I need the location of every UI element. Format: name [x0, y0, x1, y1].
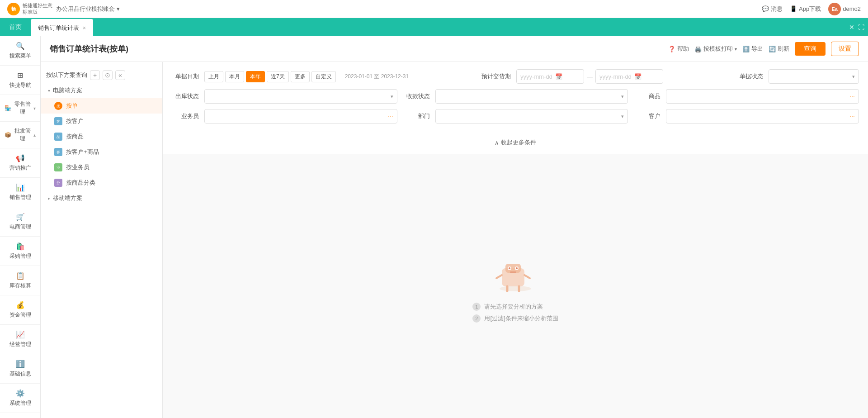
product-dots-icon[interactable]: ··· [849, 93, 855, 100]
customer-select[interactable]: ··· [666, 109, 859, 124]
tab-bar-actions: ✕ ⛶ [849, 24, 868, 31]
sidebar-item-quick-nav[interactable]: ⊞ 快捷导航 [0, 66, 40, 95]
window-close-icon[interactable]: ✕ [849, 24, 854, 31]
purchase-icon: 🛍️ [16, 242, 25, 251]
sidebar-item-ecommerce[interactable]: 🛒 电商管理 [0, 207, 40, 237]
tree-item-single[interactable]: 按 按单 [41, 98, 162, 114]
sidebar-item-marketing[interactable]: 📢 营销推广 [0, 148, 40, 178]
empty-state: 1 请先选择要分析的方案 2 用[过滤]条件来缩小分析范围 [163, 154, 868, 418]
date-btn-more[interactable]: 更多 [291, 71, 310, 82]
panel-header-label: 按以下方案查询 [46, 71, 87, 79]
help-button[interactable]: ❓ 帮助 [668, 45, 689, 53]
wholesale-icon: 📦 [5, 132, 11, 138]
sidebar-item-inventory[interactable]: 📋 库存核算 [0, 266, 40, 295]
system-icon: ⚙️ [16, 389, 25, 398]
sidebar-label-system: 系统管理 [9, 399, 31, 407]
date-btn-this-month[interactable]: 本月 [225, 71, 244, 82]
sidebar-item-search[interactable]: 🔍 搜索菜单 [0, 36, 40, 66]
tab-home[interactable]: 首页 [0, 18, 31, 36]
inner-layout: 按以下方案查询 + ⊙ « ▾ 电脑端方案 [41, 62, 868, 418]
collapse-up-icon: ∧ [495, 139, 499, 146]
tree-pc-section: ▾ 电脑端方案 按 按单 客 按客户 品 按商品 [41, 83, 162, 190]
tab-close-btn[interactable]: × [83, 25, 86, 31]
chevron-right-mobile-icon: ▸ [48, 196, 50, 201]
department-select[interactable]: ▾ [435, 109, 628, 124]
tree-mobile-section: ▸ 移动端方案 [41, 190, 162, 206]
top-bar: 畅 畅捷通好生意 标准版 办公用品行业模拟账套 ▾ 💬 消息 📱 App下载 E… [0, 0, 868, 18]
expected-date-from[interactable]: yyyy-mm-dd 📅 [516, 69, 584, 84]
tree-item-customer-product[interactable]: 客 按客户+商品 [41, 144, 162, 160]
sidebar-item-basic-info[interactable]: ℹ️ 基础信息 [0, 354, 40, 384]
message-button[interactable]: 💬 消息 [762, 5, 783, 13]
order-status-select[interactable]: ▾ [769, 69, 859, 84]
chevron-down-pc-icon: ▾ [48, 88, 50, 93]
date-range-display: 2023-01-01 至 2023-12-31 [345, 73, 409, 81]
date-separator: — [587, 73, 593, 80]
refresh-button[interactable]: 🔄 刷新 [769, 45, 789, 53]
shipment-status-select[interactable]: ▾ [204, 89, 397, 104]
customer-icon: 客 [54, 117, 62, 125]
sidebar-item-operations[interactable]: 📈 经营管理 [0, 325, 40, 354]
sidebar-item-enterprise[interactable]: 🤝 企业协同 [0, 413, 40, 418]
tree-parent-mobile[interactable]: ▸ 移动端方案 [41, 190, 162, 206]
calendar-icon-2: 📅 [634, 73, 642, 80]
app-download-button[interactable]: 📱 App下载 [790, 5, 821, 13]
sidebar-item-wholesale[interactable]: 📦 批发管理 ▴ [0, 122, 40, 148]
sidebar-item-retail[interactable]: 🏪 零售管理 ▾ [0, 95, 40, 122]
filter-row-2: 出库状态 ▾ 收款状态 ▾ 商品 ··· [172, 89, 859, 104]
tree-item-customer[interactable]: 客 按客户 [41, 114, 162, 129]
sidebar-label-purchase: 采购管理 [9, 252, 31, 260]
date-range-buttons: 上月 本月 本年 近7天 更多 自定义 [204, 71, 336, 82]
prodcat-icon: 分 [54, 179, 62, 187]
add-scheme-button[interactable]: + [90, 70, 100, 80]
date-btn-last-month[interactable]: 上月 [204, 71, 223, 82]
chevron-up-icon: ▴ [33, 133, 36, 138]
content-area: 销售订单统计表(按单) ❓ 帮助 🖨️ 按模板打印 ▾ ⬆️ 导出 🔄 刷新 [41, 36, 868, 418]
sales-icon: 📊 [16, 183, 25, 192]
breadcrumb-selector[interactable]: 办公用品行业模拟账套 ▾ [56, 5, 120, 13]
date-btn-last-7days[interactable]: 近7天 [267, 71, 289, 82]
sidebar-item-sales[interactable]: 📊 销售管理 [0, 178, 40, 207]
ecommerce-icon: 🛒 [16, 213, 25, 221]
settings-scheme-button[interactable]: ⊙ [103, 70, 113, 80]
sidebar-item-system[interactable]: ⚙️ 系统管理 [0, 384, 40, 413]
salesperson-dots-icon[interactable]: ··· [388, 113, 393, 120]
customer-dots-icon[interactable]: ··· [849, 113, 855, 120]
template-print-button[interactable]: 🖨️ 按模板打印 ▾ [694, 45, 737, 53]
customer-label: 客户 [633, 112, 660, 120]
tree-parent-pc[interactable]: ▾ 电脑端方案 [41, 83, 162, 98]
order-status-chevron-icon: ▾ [852, 74, 855, 80]
collapse-button[interactable]: ∧ 收起更多条件 [491, 135, 540, 150]
sidebar-label-wholesale: 批发管理 [13, 127, 32, 142]
message-icon: 💬 [762, 5, 769, 12]
empty-tips: 1 请先选择要分析的方案 2 用[过滤]条件来缩小分析范围 [472, 303, 558, 323]
search-icon: 🔍 [16, 42, 25, 50]
sidebar-item-purchase[interactable]: 🛍️ 采购管理 [0, 237, 40, 266]
settings-button[interactable]: 设置 [831, 42, 859, 56]
chevron-down-icon: ▾ [33, 106, 36, 111]
window-maximize-icon[interactable]: ⛶ [858, 24, 864, 31]
breadcrumb-text: 办公用品行业模拟账套 [56, 5, 115, 13]
tree-item-salesperson[interactable]: 业 按业务员 [41, 160, 162, 175]
tab-sales-order-stats[interactable]: 销售订单统计表 × [31, 19, 93, 37]
query-button[interactable]: 查询 [795, 42, 826, 56]
export-button[interactable]: ⬆️ 导出 [742, 45, 763, 53]
expected-date-to[interactable]: yyyy-mm-dd 📅 [595, 69, 663, 84]
tree-item-product[interactable]: 品 按商品 [41, 129, 162, 144]
user-menu[interactable]: Ea demo2 [828, 3, 861, 15]
collapse-panel-button[interactable]: « [115, 70, 125, 80]
date-btn-custom[interactable]: 自定义 [311, 71, 336, 82]
svg-point-6 [516, 267, 518, 269]
salesperson-select[interactable]: ··· [204, 109, 397, 124]
salesperson-label: 业务员 [172, 112, 199, 120]
product-select[interactable]: ··· [666, 89, 859, 104]
quicknav-icon: ⊞ [17, 71, 23, 80]
date-btn-this-year[interactable]: 本年 [246, 71, 265, 82]
sidebar-label-ecommerce: 电商管理 [9, 223, 31, 231]
payment-status-select[interactable]: ▾ [435, 89, 628, 104]
breadcrumb-arrow: ▾ [117, 5, 120, 12]
sidebar-item-finance[interactable]: 💰 资金管理 [0, 295, 40, 325]
tree-item-product-category[interactable]: 分 按商品分类 [41, 175, 162, 190]
finance-icon: 💰 [16, 301, 25, 309]
sidebar-label-finance: 资金管理 [9, 311, 31, 319]
